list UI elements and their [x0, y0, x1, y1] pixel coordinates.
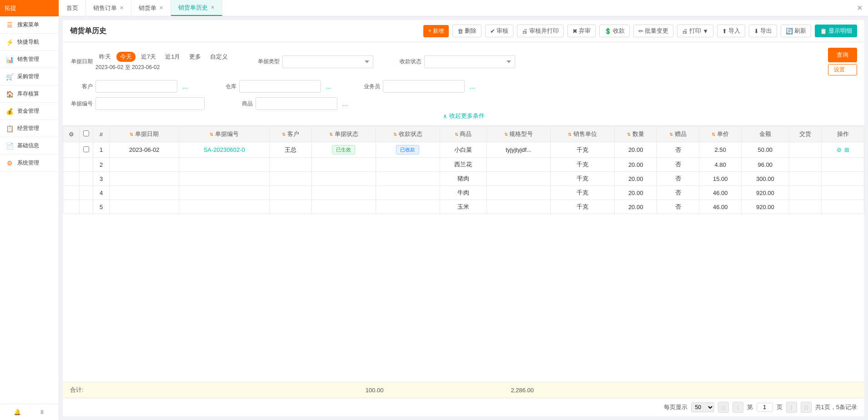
sidebar-item-ops-mgmt[interactable]: 📋 经营管理: [0, 120, 59, 137]
goods-dots-btn[interactable]: …: [342, 100, 348, 107]
last-page-button[interactable]: ⟩⟩: [801, 402, 812, 413]
salesperson-input[interactable]: [383, 80, 465, 93]
tab-close-all[interactable]: ✕: [851, 4, 868, 12]
customer-dots-btn[interactable]: …: [182, 83, 188, 90]
sidebar-item-inventory[interactable]: 🏠 库存核算: [0, 85, 59, 103]
next-page-button[interactable]: ⟩: [786, 402, 797, 413]
tab-sales-order[interactable]: 销售订单 ✕: [86, 0, 131, 16]
filter-doc-type: 单据类型: [257, 55, 373, 68]
row-docno-td[interactable]: [179, 158, 270, 172]
row-unit-price-td: 4.80: [699, 158, 742, 172]
col-settings-th[interactable]: ⚙: [63, 126, 80, 142]
warehouse-input[interactable]: [239, 80, 321, 93]
date-chip-1month[interactable]: 近1月: [161, 52, 184, 62]
show-detail-button[interactable]: 📋 显示明细: [815, 25, 857, 37]
select-all-checkbox[interactable]: [83, 130, 89, 136]
show-detail-icon: 📋: [820, 28, 827, 35]
date-chip-custom[interactable]: 自定义: [206, 52, 231, 62]
sidebar-item-sales-mgmt[interactable]: 📊 销售管理: [0, 51, 59, 68]
col-date-th[interactable]: ⇅ 单据日期: [110, 126, 179, 142]
sidebar-bottom-icon1[interactable]: 🔔: [14, 409, 21, 415]
review-print-icon: 🖨: [522, 28, 528, 35]
row-customer-td: [270, 158, 312, 172]
filter-row-3: 单据编号 商品 …: [70, 97, 857, 110]
sidebar-item-sys-mgmt[interactable]: ⚙ 系统管理: [0, 155, 59, 172]
col-trade-th: 交货: [789, 126, 822, 142]
date-chip-more[interactable]: 更多: [186, 52, 205, 62]
salesperson-dots-btn[interactable]: …: [469, 83, 476, 90]
col-docno-th[interactable]: ⇅ 单据编号: [179, 126, 270, 142]
sidebar-bottom: 🔔 ⏸: [0, 404, 59, 420]
tab-sales-history[interactable]: 销货单历史 ✕: [171, 0, 222, 16]
date-chip-today[interactable]: 今天: [116, 52, 135, 62]
row-qty-td: 20.00: [615, 186, 657, 200]
row-action-td: [822, 158, 864, 172]
goods-input[interactable]: [256, 97, 337, 110]
collect-button[interactable]: 💲 收款: [599, 25, 630, 37]
row-action-td: [822, 186, 864, 200]
doc-type-select[interactable]: [282, 55, 373, 68]
row-payment-status-td: [376, 158, 440, 172]
payment-status-label: 收款状态: [399, 58, 421, 65]
payment-status-select[interactable]: [424, 55, 515, 68]
batch-change-button[interactable]: ✏ 批量变更: [633, 25, 673, 37]
sidebar-item-purchase-mgmt[interactable]: 🛒 采购管理: [0, 68, 59, 85]
refresh-button[interactable]: 🔄 刷新: [781, 25, 811, 37]
date-chip-7days[interactable]: 近7天: [137, 52, 160, 62]
import-button[interactable]: ⬆ 导入: [717, 25, 745, 37]
row-docno-td[interactable]: [179, 186, 270, 200]
row-docno-td[interactable]: SA-20230602-0: [179, 142, 270, 158]
filter-date: 单据日期 昨天 今天 近7天 近1月 更多 自定义 2023-06-02 至 2…: [70, 52, 231, 71]
row-checkbox[interactable]: [83, 146, 89, 152]
page-content: 销货单历史 + 新增 🗑 删除 ✔ 审核 🖨 审核并打印 ✖ 弃审: [63, 20, 864, 416]
tab-home[interactable]: 首页: [59, 0, 86, 16]
sidebar-item-search-menu[interactable]: ☰ 搜索菜单: [0, 16, 59, 34]
col-gift-th[interactable]: ⇅ 赠品: [657, 126, 699, 142]
col-payment-status-th[interactable]: ⇅ 收款状态: [376, 126, 440, 142]
sidebar-item-finance-mgmt[interactable]: 💰 资金管理: [0, 103, 59, 120]
col-goods-th[interactable]: ⇅ 商品: [440, 126, 487, 142]
abandon-button[interactable]: ✖ 弃审: [567, 25, 596, 37]
table-footer: 合计: 100.00 2,286.00: [63, 382, 864, 398]
export-button[interactable]: ⬇ 导出: [749, 25, 777, 37]
tab-sales-goods-close[interactable]: ✕: [159, 5, 163, 11]
col-customer-th[interactable]: ⇅ 客户: [270, 126, 312, 142]
refresh-icon: 🔄: [786, 28, 793, 35]
abandon-icon: ✖: [572, 28, 577, 35]
query-button[interactable]: 查询: [828, 48, 857, 62]
review-button[interactable]: ✔ 审核: [485, 25, 513, 37]
more-action[interactable]: ⊞: [844, 146, 849, 153]
row-spec-td: [487, 200, 551, 214]
sidebar-item-quick-nav[interactable]: ⚡ 快捷导航: [0, 34, 59, 51]
warehouse-dots-btn[interactable]: …: [326, 83, 332, 90]
tab-sales-goods[interactable]: 销货单 ✕: [131, 0, 171, 16]
prev-page-button[interactable]: ⟨: [733, 402, 743, 413]
new-button[interactable]: + 新增: [423, 25, 449, 37]
col-unit-price-th[interactable]: ⇅ 单价: [699, 126, 742, 142]
tab-sales-history-close[interactable]: ✕: [211, 5, 215, 10]
print-button[interactable]: 🖨 打印 ▼: [677, 25, 713, 37]
review-print-button[interactable]: 🖨 审核并打印: [517, 25, 564, 37]
date-chip-yesterday[interactable]: 昨天: [95, 52, 115, 62]
sidebar-bottom-icon2[interactable]: ⏸: [39, 409, 45, 415]
sidebar-item-basic-info[interactable]: 📄 基础信息: [0, 137, 59, 155]
row-doc-status-td: [312, 186, 376, 200]
page-input[interactable]: [757, 403, 773, 412]
customer-input[interactable]: [95, 80, 177, 93]
collapse-button[interactable]: ∧ 收起更多条件: [70, 112, 857, 120]
page-label: 第: [747, 403, 753, 411]
tab-sales-order-close[interactable]: ✕: [120, 5, 124, 11]
per-page-select[interactable]: 50 100 200: [691, 402, 714, 412]
col-unit-th[interactable]: ⇅ 销售单位: [551, 126, 615, 142]
col-doc-status-th[interactable]: ⇅ 单据状态: [312, 126, 376, 142]
delete-button[interactable]: 🗑 删除: [452, 25, 482, 37]
first-page-button[interactable]: ⟨⟨: [718, 402, 729, 413]
row-docno-td[interactable]: [179, 172, 270, 186]
col-qty-th[interactable]: ⇅ 数量: [615, 126, 657, 142]
edit-action[interactable]: ⊘: [837, 146, 842, 153]
docno-input[interactable]: [95, 97, 205, 110]
row-doc-status-td: [312, 200, 376, 214]
row-docno-td[interactable]: [179, 200, 270, 214]
settings-button[interactable]: 设置: [828, 64, 857, 75]
col-spec-th[interactable]: ⇅ 规格型号: [487, 126, 551, 142]
